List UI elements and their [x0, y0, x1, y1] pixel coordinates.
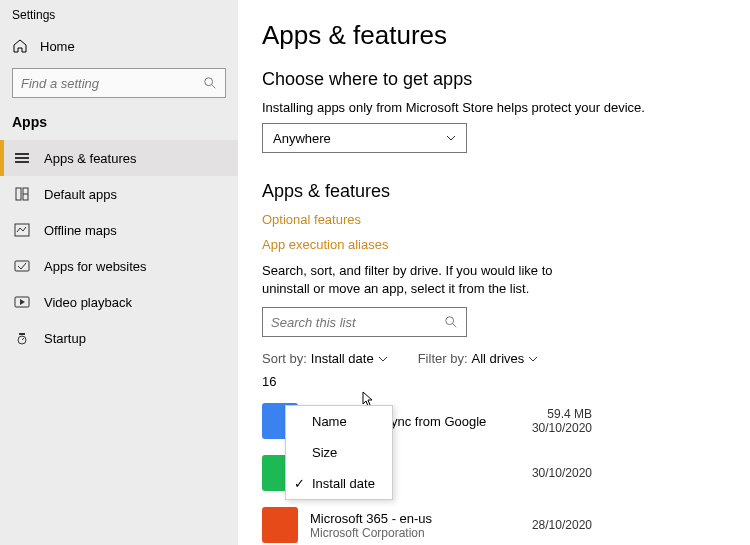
sidebar-item-video-playback[interactable]: Video playback — [0, 284, 238, 320]
app-execution-aliases-link[interactable]: App execution aliases — [262, 237, 726, 252]
filter-by-button[interactable]: Filter by: All drives — [418, 351, 539, 366]
sidebar-item-apps-for-websites[interactable]: Apps for websites — [0, 248, 238, 284]
search-icon — [203, 76, 217, 90]
apps-features-heading: Apps & features — [262, 181, 726, 202]
svg-point-15 — [446, 317, 454, 325]
nav-label: Video playback — [44, 295, 132, 310]
app-source-select[interactable]: Anywhere — [262, 123, 467, 153]
svg-line-1 — [212, 85, 216, 89]
source-hint: Installing apps only from Microsoft Stor… — [262, 100, 726, 115]
nav-icon — [14, 150, 30, 166]
sort-option-name[interactable]: Name — [286, 406, 392, 437]
sidebar-item-startup[interactable]: Startup — [0, 320, 238, 356]
sort-option-size[interactable]: Size — [286, 437, 392, 468]
app-date: 28/10/2020 — [532, 518, 592, 532]
settings-search-input[interactable] — [21, 76, 203, 91]
app-publisher: Microsoft Corporation — [310, 526, 520, 540]
nav-label: Default apps — [44, 187, 117, 202]
nav-label: Apps for websites — [44, 259, 147, 274]
home-button[interactable]: Home — [0, 28, 238, 64]
optional-features-link[interactable]: Optional features — [262, 212, 726, 227]
sidebar-item-offline-maps[interactable]: Offline maps — [0, 212, 238, 248]
home-label: Home — [40, 39, 75, 54]
search-icon — [444, 315, 458, 329]
svg-point-0 — [205, 78, 213, 86]
svg-line-14 — [22, 338, 24, 340]
filter-label: Filter by: — [418, 351, 468, 366]
app-name: Microsoft 365 - en-us — [310, 511, 520, 526]
sort-by-button[interactable]: Sort by: Install date — [262, 351, 388, 366]
svg-rect-12 — [19, 333, 25, 335]
chevron-down-icon — [378, 354, 388, 364]
settings-search[interactable] — [12, 68, 226, 98]
app-list-search-input[interactable] — [271, 315, 444, 330]
chevron-down-icon — [446, 133, 456, 143]
sort-dropdown: NameSizeInstall date — [285, 405, 393, 500]
app-count: 16 — [262, 374, 726, 389]
sort-label: Sort by: — [262, 351, 307, 366]
nav-label: Offline maps — [44, 223, 117, 238]
app-row[interactable]: Microsoft 365 - en-usMicrosoft Corporati… — [262, 499, 592, 545]
home-icon — [12, 38, 28, 54]
window-title: Settings — [0, 0, 238, 28]
nav-icon — [14, 330, 30, 346]
nav-icon — [14, 222, 30, 238]
sidebar-heading: Apps — [0, 110, 238, 140]
sort-option-install-date[interactable]: Install date — [286, 468, 392, 499]
svg-rect-9 — [15, 261, 29, 271]
app-list-search[interactable] — [262, 307, 467, 337]
svg-rect-2 — [15, 153, 29, 155]
chevron-down-icon — [528, 354, 538, 364]
nav-label: Startup — [44, 331, 86, 346]
filter-value: All drives — [472, 351, 525, 366]
app-date: 30/10/2020 — [532, 421, 592, 435]
svg-rect-5 — [16, 188, 21, 200]
app-meta: 59.4 MB30/10/2020 — [532, 407, 592, 435]
svg-line-16 — [453, 324, 457, 328]
app-icon — [262, 507, 298, 543]
app-meta: 30/10/2020 — [532, 466, 592, 480]
nav-icon — [14, 294, 30, 310]
source-heading: Choose where to get apps — [262, 69, 726, 90]
list-description: Search, sort, and filter by drive. If yo… — [262, 262, 602, 297]
nav-icon — [14, 258, 30, 274]
sidebar-item-default-apps[interactable]: Default apps — [0, 176, 238, 212]
nav-label: Apps & features — [44, 151, 137, 166]
app-size: 59.4 MB — [532, 407, 592, 421]
page-title: Apps & features — [262, 20, 726, 51]
app-meta: 28/10/2020 — [532, 518, 592, 532]
svg-rect-3 — [15, 157, 29, 159]
app-date: 30/10/2020 — [532, 466, 592, 480]
app-source-value: Anywhere — [273, 131, 331, 146]
sort-value: Install date — [311, 351, 374, 366]
svg-rect-4 — [15, 161, 29, 163]
nav-icon — [14, 186, 30, 202]
sidebar-item-apps-features[interactable]: Apps & features — [0, 140, 238, 176]
svg-marker-11 — [20, 299, 25, 305]
